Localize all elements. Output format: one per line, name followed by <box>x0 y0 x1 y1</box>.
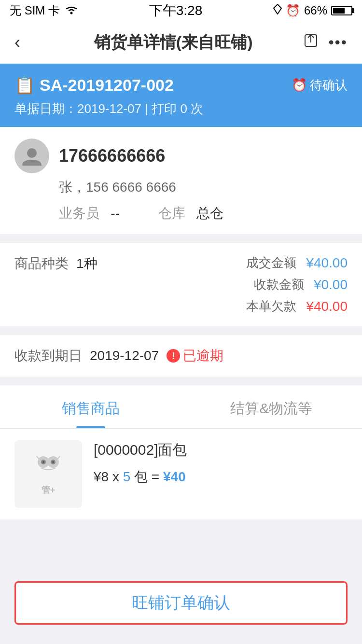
page-title: 销货单详情(来自旺铺) <box>94 31 253 54</box>
back-button[interactable]: ‹ <box>14 32 43 53</box>
customer-meta: 业务员 -- 仓库 总仓 <box>59 204 348 223</box>
product-name: [0000002]面包 <box>94 440 348 460</box>
balance-amount: ¥40.00 <box>306 299 348 314</box>
status-clock-icon: ⏰ <box>292 78 307 93</box>
battery-text: 66% <box>304 4 327 17</box>
summary-left: 商品种类 1种 <box>14 254 97 273</box>
customer-phone: 17666666666 <box>59 146 165 166</box>
customer-name: 张，156 6666 6666 <box>59 178 348 196</box>
status-left: 无 SIM 卡 <box>10 3 78 18</box>
salesperson-value: -- <box>111 206 120 221</box>
due-date-value: 2019-12-07 <box>90 348 159 364</box>
confirm-order-button[interactable]: 旺铺订单确认 <box>14 581 348 625</box>
overdue-icon: ! <box>167 349 180 363</box>
product-image: 管+ <box>14 440 82 508</box>
equals-sign: = <box>152 469 163 484</box>
svg-point-0 <box>70 12 73 14</box>
battery-icon <box>331 6 352 15</box>
received-label: 收款金额 <box>254 276 304 293</box>
summary-section: 商品种类 1种 成交金额 ¥40.00 收款金额 ¥0.00 本单欠款 ¥40.… <box>0 243 362 326</box>
location-icon <box>273 4 282 17</box>
price-separator: x <box>112 469 123 484</box>
nav-bar: ‹ 销货单详情(来自旺铺) ••• <box>0 21 362 64</box>
more-icon[interactable]: ••• <box>328 33 348 51</box>
order-id: 📋 SA-20191207-002 <box>14 75 174 95</box>
unit-label: 包 <box>134 469 148 484</box>
order-status: ⏰ 待确认 <box>292 77 348 94</box>
product-item: 管+ [0000002]面包 ¥8 x 5 包 = ¥40 <box>14 440 348 508</box>
order-date: 单据日期：2019-12-07 | 打印 0 次 <box>14 100 348 117</box>
due-date-label: 收款到期日 <box>14 347 82 365</box>
product-price: ¥8 x 5 包 = ¥40 <box>94 468 348 486</box>
due-section: 收款到期日 2019-12-07 ! 已逾期 <box>0 335 362 377</box>
product-total: ¥40 <box>163 469 186 484</box>
alarm-icon: ⏰ <box>286 4 300 17</box>
tabs-section: 销售商品 结算&物流等 <box>0 385 362 519</box>
received-amount: ¥0.00 <box>314 277 348 293</box>
balance-label: 本单欠款 <box>246 298 296 315</box>
summary-right: 成交金额 ¥40.00 收款金额 ¥0.00 本单欠款 ¥40.00 <box>246 254 348 315</box>
status-time: 下午3:28 <box>149 1 203 20</box>
customer-section: 17666666666 张，156 6666 6666 业务员 -- 仓库 总仓 <box>0 127 362 234</box>
share-icon[interactable] <box>303 33 319 52</box>
product-placeholder-icon <box>34 452 63 482</box>
warehouse-value: 总仓 <box>196 206 223 221</box>
svg-point-7 <box>42 461 44 463</box>
wifi-icon <box>65 4 78 17</box>
product-qty: 5 <box>123 469 131 484</box>
tabs-header: 销售商品 结算&物流等 <box>0 385 362 429</box>
tab-sales-products[interactable]: 销售商品 <box>0 385 181 428</box>
product-section: 管+ [0000002]面包 ¥8 x 5 包 = ¥40 <box>0 429 362 519</box>
overdue-badge: ! 已逾期 <box>167 347 223 365</box>
nav-actions: ••• <box>303 33 348 52</box>
transaction-amount: ¥40.00 <box>306 255 348 271</box>
bottom-bar: 旺铺订单确认 <box>0 572 362 644</box>
brand-label: 管+ <box>42 484 56 496</box>
svg-point-8 <box>52 461 54 463</box>
status-bar: 无 SIM 卡 下午3:28 ⏰ 66% <box>0 0 362 21</box>
price-value: ¥8 <box>94 469 109 484</box>
transaction-label: 成交金额 <box>246 254 296 271</box>
order-header: 📋 SA-20191207-002 ⏰ 待确认 单据日期：2019-12-07 … <box>0 64 362 127</box>
tab-settlement[interactable]: 结算&物流等 <box>181 385 362 428</box>
warehouse-label: 仓库 <box>158 206 185 221</box>
overdue-text: 已逾期 <box>183 347 223 365</box>
svg-point-2 <box>27 148 37 158</box>
carrier-text: 无 SIM 卡 <box>10 3 60 18</box>
status-right: ⏰ 66% <box>273 4 352 17</box>
product-info: [0000002]面包 ¥8 x 5 包 = ¥40 <box>94 440 348 486</box>
salesperson-label: 业务员 <box>59 206 99 221</box>
product-type-label: 商品种类 <box>14 254 69 273</box>
order-icon: 📋 <box>14 75 35 95</box>
customer-avatar <box>14 139 49 173</box>
product-type-value: 1种 <box>76 254 97 273</box>
